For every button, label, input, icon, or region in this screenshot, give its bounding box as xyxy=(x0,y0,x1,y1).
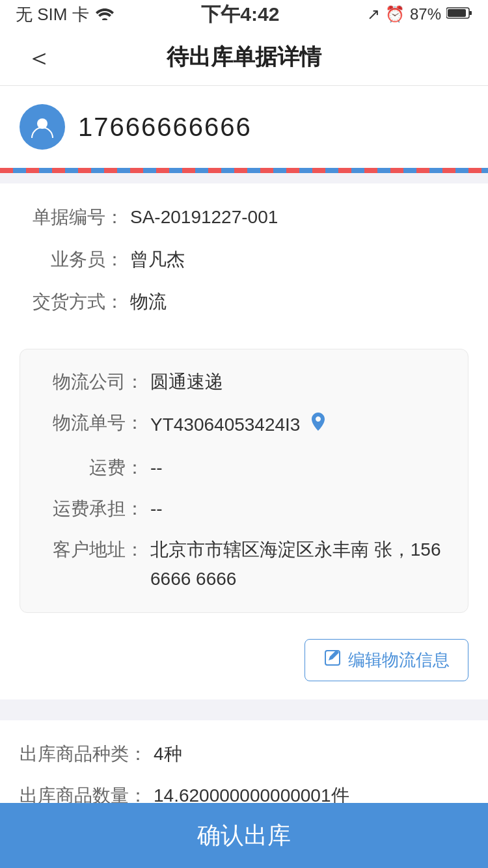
back-button[interactable]: ＜ xyxy=(20,44,59,70)
product-section: 出库商品种类： 4种 出库商品数量： 14.620000000000001件 xyxy=(0,720,488,811)
document-number-label: 单据编号： xyxy=(20,203,124,232)
staff-row: 业务员： 曾凡杰 xyxy=(20,245,468,275)
location-icon: ↗ xyxy=(367,5,380,23)
product-types-label: 出库商品种类： xyxy=(20,740,147,769)
user-row: 17666666666 xyxy=(0,86,488,168)
freight-label: 运费： xyxy=(40,454,144,483)
status-right: ↗ ⏰ 87% xyxy=(367,5,472,23)
document-number-value: SA-20191227-001 xyxy=(124,203,468,232)
edit-logistics-button[interactable]: 编辑物流信息 xyxy=(305,639,468,681)
address-label: 客户地址： xyxy=(40,536,144,565)
battery-text: 87% xyxy=(410,5,441,23)
logistics-tracking-value: YT43064053424I3 xyxy=(144,409,448,442)
staff-value: 曾凡杰 xyxy=(124,245,468,275)
dashed-divider xyxy=(0,168,488,173)
address-row: 客户地址： 北京市市辖区海淀区永丰南 张，156 6666 6666 xyxy=(40,536,448,594)
freight-value: -- xyxy=(144,454,448,483)
freight-row: 运费： -- xyxy=(40,454,448,483)
logistics-company-value: 圆通速递 xyxy=(144,368,448,397)
tracking-location-icon[interactable] xyxy=(308,409,329,442)
confirm-button[interactable]: 确认出库 xyxy=(197,820,291,852)
edit-logistics-section: 编辑物流信息 xyxy=(0,626,488,699)
document-number-row: 单据编号： SA-20191227-001 xyxy=(20,203,468,232)
status-bar: 无 SIM 卡 下午4:42 ↗ ⏰ 87% xyxy=(0,0,488,29)
user-phone: 17666666666 xyxy=(78,113,252,142)
svg-rect-2 xyxy=(448,9,466,17)
freight-bearer-value: -- xyxy=(144,495,448,524)
bottom-bar: 确认出库 xyxy=(0,803,488,868)
staff-label: 业务员： xyxy=(20,245,124,275)
alarm-icon: ⏰ xyxy=(385,5,405,23)
freight-bearer-label: 运费承担： xyxy=(40,495,144,524)
logistics-tracking-label: 物流单号： xyxy=(40,409,144,438)
carrier-text: 无 SIM 卡 xyxy=(16,3,89,26)
section-divider xyxy=(0,710,488,720)
logistics-card: 物流公司： 圆通速递 物流单号： YT43064053424I3 运费： -- … xyxy=(20,349,468,612)
delivery-row: 交货方式： 物流 xyxy=(20,288,468,317)
logistics-company-label: 物流公司： xyxy=(40,368,144,397)
edit-icon xyxy=(323,649,342,671)
wifi-icon xyxy=(96,5,114,25)
product-types-row: 出库商品种类： 4种 xyxy=(20,740,468,769)
logistics-company-row: 物流公司： 圆通速递 xyxy=(40,368,448,397)
document-info-section: 单据编号： SA-20191227-001 业务员： 曾凡杰 交货方式： 物流 xyxy=(0,183,488,336)
logistics-tracking-row: 物流单号： YT43064053424I3 xyxy=(40,409,448,442)
svg-rect-1 xyxy=(469,11,472,15)
delivery-value: 物流 xyxy=(124,288,468,317)
edit-logistics-label: 编辑物流信息 xyxy=(348,649,450,671)
freight-bearer-row: 运费承担： -- xyxy=(40,495,448,524)
address-value: 北京市市辖区海淀区永丰南 张，156 6666 6666 xyxy=(144,536,448,594)
delivery-label: 交货方式： xyxy=(20,288,124,317)
status-time: 下午4:42 xyxy=(201,1,279,28)
page-title: 待出库单据详情 xyxy=(167,42,321,72)
status-left: 无 SIM 卡 xyxy=(16,3,114,26)
product-types-value: 4种 xyxy=(147,740,468,769)
nav-bar: ＜ 待出库单据详情 xyxy=(0,29,488,86)
avatar xyxy=(20,104,65,150)
battery-icon xyxy=(446,5,472,23)
